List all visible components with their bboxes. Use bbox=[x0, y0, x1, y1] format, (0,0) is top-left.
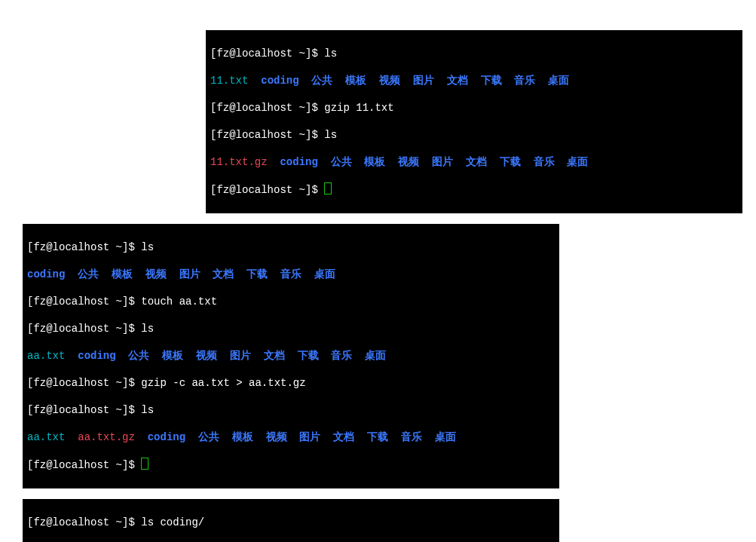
prompt: [fz@localhost ~]$ bbox=[27, 241, 141, 253]
file: aa.txt bbox=[27, 431, 65, 443]
dir: 图片 bbox=[299, 431, 320, 443]
command: ls bbox=[141, 404, 154, 416]
terminal-line: 11.txt.gz coding 公共 模板 视频 图片 文档 下载 音乐 桌面 bbox=[210, 155, 738, 169]
command: ls bbox=[324, 47, 337, 60]
terminal-line: [fz@localhost ~]$ ls bbox=[27, 403, 555, 417]
command: gzip 11.txt bbox=[324, 102, 393, 114]
file: 11.txt bbox=[210, 75, 248, 87]
dir: 模板 bbox=[162, 350, 183, 362]
dir: 视频 bbox=[379, 75, 400, 87]
dir: 音乐 bbox=[331, 350, 352, 362]
terminal-line: [fz@localhost ~]$ ls bbox=[27, 322, 555, 335]
prompt: [fz@localhost ~]$ bbox=[210, 102, 324, 114]
terminal-line: aa.txt aa.txt.gz coding 公共 模板 视频 图片 文档 下… bbox=[27, 430, 555, 444]
dir: 图片 bbox=[230, 350, 251, 362]
dir: 模板 bbox=[232, 431, 253, 443]
terminal-line: [fz@localhost ~]$ gzip 11.txt bbox=[210, 101, 738, 115]
command: ls coding/ bbox=[141, 516, 204, 528]
dir: 桌面 bbox=[435, 431, 456, 443]
dir: 桌面 bbox=[548, 75, 569, 87]
dir: coding bbox=[261, 75, 298, 87]
dir: 图片 bbox=[432, 156, 453, 168]
dir: 下载 bbox=[298, 350, 319, 362]
dir: 视频 bbox=[398, 156, 419, 168]
file-gz: aa.txt.gz bbox=[78, 431, 135, 443]
terminal-line: coding 公共 模板 视频 图片 文档 下载 音乐 桌面 bbox=[27, 268, 555, 281]
dir: 公共 bbox=[198, 431, 219, 443]
terminal-block-1: [fz@localhost ~]$ ls 11.txt coding 公共 模板… bbox=[206, 30, 742, 213]
terminal-line: [fz@localhost ~]$ ls bbox=[27, 240, 555, 254]
dir: 文档 bbox=[333, 431, 354, 443]
terminal-line: [fz@localhost ~]$ gzip -c aa.txt > aa.tx… bbox=[27, 376, 555, 390]
prompt: [fz@localhost ~]$ bbox=[27, 516, 141, 528]
dir: 文档 bbox=[264, 350, 285, 362]
dir: 音乐 bbox=[514, 75, 535, 87]
terminal-line: [fz@localhost ~]$ touch aa.txt bbox=[27, 295, 555, 308]
terminal-line: [fz@localhost ~]$ ls coding/ bbox=[27, 516, 555, 529]
prompt: [fz@localhost ~]$ bbox=[27, 404, 141, 416]
dir: 图片 bbox=[413, 75, 434, 87]
terminal-line: aa.txt coding 公共 模板 视频 图片 文档 下载 音乐 桌面 bbox=[27, 349, 555, 363]
dir: 音乐 bbox=[280, 268, 301, 280]
terminal-line: [fz@localhost ~]$ bbox=[210, 182, 738, 197]
dir: coding bbox=[148, 431, 185, 443]
dir: 公共 bbox=[128, 350, 149, 362]
dir: coding bbox=[78, 350, 115, 362]
file-gz: 11.txt.gz bbox=[210, 156, 268, 168]
dir: 公共 bbox=[311, 75, 332, 87]
file: aa.txt bbox=[27, 350, 65, 362]
dir: 图片 bbox=[179, 268, 200, 280]
dir: 模板 bbox=[112, 268, 133, 280]
dir: 公共 bbox=[331, 156, 352, 168]
terminal-line: [fz@localhost ~]$ ls bbox=[210, 47, 738, 60]
dir: 音乐 bbox=[401, 431, 422, 443]
dir: 视频 bbox=[266, 431, 287, 443]
command: touch aa.txt bbox=[141, 295, 217, 308]
terminal-line: 11.txt coding 公共 模板 视频 图片 文档 下载 音乐 桌面 bbox=[210, 74, 738, 87]
cursor-icon[interactable] bbox=[324, 182, 332, 194]
prompt: [fz@localhost ~]$ bbox=[27, 295, 141, 308]
terminal-line: [fz@localhost ~]$ bbox=[27, 458, 555, 472]
dir: 视频 bbox=[196, 350, 217, 362]
dir: 文档 bbox=[466, 156, 487, 168]
prompt: [fz@localhost ~]$ bbox=[27, 377, 141, 389]
prompt: [fz@localhost ~]$ bbox=[210, 184, 324, 196]
dir: coding bbox=[27, 268, 65, 280]
cursor-icon[interactable] bbox=[141, 458, 148, 470]
command: ls bbox=[141, 241, 154, 253]
terminal-block-3: [fz@localhost ~]$ ls coding/ a.txt compu… bbox=[23, 499, 559, 542]
prompt: [fz@localhost ~]$ bbox=[210, 47, 324, 60]
dir: 桌面 bbox=[567, 156, 588, 168]
dir: 下载 bbox=[367, 431, 388, 443]
dir: 文档 bbox=[447, 75, 468, 87]
dir: coding bbox=[280, 156, 317, 168]
dir: 模板 bbox=[364, 156, 385, 168]
command: gzip -c aa.txt > aa.txt.gz bbox=[141, 377, 305, 389]
dir: 模板 bbox=[345, 75, 366, 87]
dir: 视频 bbox=[145, 268, 167, 280]
dir: 桌面 bbox=[314, 268, 335, 280]
dir: 文档 bbox=[213, 268, 234, 280]
dir: 桌面 bbox=[365, 350, 386, 362]
dir: 下载 bbox=[246, 268, 268, 280]
prompt: [fz@localhost ~]$ bbox=[27, 459, 141, 471]
command: ls bbox=[141, 323, 154, 335]
dir: 下载 bbox=[500, 156, 521, 168]
terminal-block-2: [fz@localhost ~]$ ls coding 公共 模板 视频 图片 … bbox=[23, 224, 559, 488]
prompt: [fz@localhost ~]$ bbox=[27, 323, 141, 335]
dir: 音乐 bbox=[534, 156, 555, 168]
dir: 下载 bbox=[481, 75, 502, 87]
dir: 公共 bbox=[78, 268, 99, 280]
command: ls bbox=[324, 129, 337, 141]
prompt: [fz@localhost ~]$ bbox=[210, 129, 324, 141]
terminal-line: [fz@localhost ~]$ ls bbox=[210, 128, 738, 142]
